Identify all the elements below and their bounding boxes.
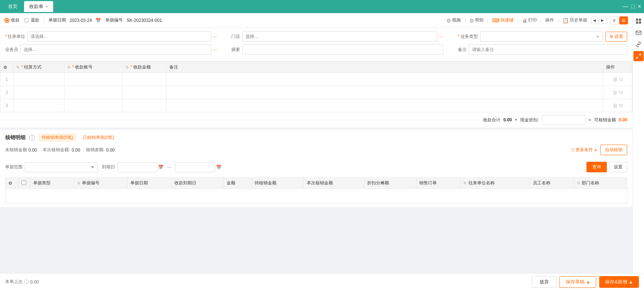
sidebar-expand-icon[interactable]: [633, 51, 644, 61]
salesperson-more-icon[interactable]: ···: [213, 47, 217, 52]
window-controls: — □ ×: [623, 3, 641, 10]
bottom-table: ⚙ 单据类型 ⇅ 单据编号 单据日期: [5, 177, 627, 203]
print-button[interactable]: 🖨 打印: [522, 17, 537, 23]
summary-input[interactable]: [242, 44, 443, 55]
next-arrow[interactable]: ▶: [599, 17, 606, 24]
partner-more-icon[interactable]: ···: [213, 34, 217, 39]
maximize-button[interactable]: □: [631, 3, 635, 10]
row1-action-cell: 🗑 ⧉: [603, 73, 632, 86]
svg-rect-1: [639, 19, 641, 21]
row1-delete-icon[interactable]: 🗑: [613, 77, 618, 82]
svg-rect-4: [636, 31, 641, 35]
due-date-field: 到期日 2022-04-01 📅 — 2022-04-12 📅: [102, 162, 221, 172]
calendar-start-icon[interactable]: 📅: [158, 165, 164, 170]
partner-input[interactable]: [27, 31, 211, 42]
biz-type-input[interactable]: 预收款: [480, 31, 602, 42]
row3-amount-cell[interactable]: [123, 99, 166, 112]
radio-receipt[interactable]: 收款: [4, 17, 20, 23]
range-select[interactable]: [25, 162, 98, 172]
th-action: 操作: [603, 62, 632, 73]
partner-field: * 往来单位 ···: [5, 31, 217, 42]
radio-refund[interactable]: 退款: [24, 17, 39, 23]
current-stat: 本次核销金额: 0.00: [43, 147, 80, 153]
select-all-checkbox[interactable]: [21, 180, 26, 185]
table-row: 3 🗑 ⧉: [0, 99, 632, 112]
store-input[interactable]: [242, 31, 437, 42]
row1-settle-cell[interactable]: [13, 73, 64, 86]
row3-account-cell[interactable]: [64, 99, 123, 112]
row3-remark-cell[interactable]: [166, 99, 603, 112]
tab-pending[interactable]: 待核销单据(0笔): [39, 133, 76, 142]
store-field: 门店 ···: [231, 31, 443, 42]
row1-remark-cell[interactable]: [166, 73, 603, 86]
bth-pending: 待核销金额: [251, 178, 303, 189]
sidebar-mail-icon[interactable]: [633, 28, 644, 38]
filter-settings-button[interactable]: 设置: [609, 162, 627, 172]
date-end-input[interactable]: 2022-04-12: [175, 162, 215, 172]
right-sidebar: [632, 13, 644, 273]
history-button[interactable]: 📋 历史单据: [562, 17, 587, 23]
th-account: ⇅ * 收款账号: [64, 62, 123, 73]
row1-account-cell[interactable]: [64, 73, 123, 86]
sort-icon-amount: ⇅: [126, 65, 129, 69]
shortcut-button[interactable]: ⌨ 快捷键: [492, 17, 514, 23]
bth-type: 单据类型: [30, 178, 74, 189]
row3-action-cell: 🗑 ⧉: [603, 99, 632, 112]
row2-settle-cell[interactable]: [13, 86, 64, 99]
verif-right: ▽ 更多条件 ∧ 自动核销: [571, 145, 627, 155]
receipt-table-container: ⚙ ⇅ * 结算方式 ⇅ * 收款账号 ⇅ * 收款: [0, 62, 632, 112]
discount-input[interactable]: [542, 115, 586, 125]
bth-settings[interactable]: ⚙: [5, 178, 19, 189]
chevron-up-icon: ∧: [594, 148, 597, 153]
prev-arrow[interactable]: ◀: [591, 17, 598, 24]
row2-remark-cell[interactable]: [166, 86, 603, 99]
receipt-table: ⚙ ⇅ * 结算方式 ⇅ * 收款账号 ⇅ * 收款: [0, 62, 632, 112]
row3-copy-icon[interactable]: ⧉: [619, 102, 623, 109]
th-amount: ⇅ * 收款金额: [123, 62, 166, 73]
sort-icon-dept: ⇅: [577, 181, 580, 185]
th-settings[interactable]: ⚙: [0, 62, 13, 73]
settings-button[interactable]: ⚙ 设置: [605, 32, 627, 42]
store-more-icon[interactable]: ···: [439, 34, 443, 39]
row2-copy-icon[interactable]: ⧉: [619, 89, 623, 95]
sidebar-table-icon[interactable]: [633, 16, 644, 26]
row3-delete-icon[interactable]: 🗑: [613, 103, 618, 109]
query-button[interactable]: 查询: [586, 162, 607, 172]
diff-stat: 核销差额: 0.00: [86, 147, 115, 153]
tab-receipt[interactable]: 收款单 ×: [24, 1, 53, 12]
main-content: 收款 退款 单据日期 2023-03-24 📅 单据编号 SK-20230324…: [0, 13, 632, 273]
tab-done[interactable]: 已核销单据(0笔): [80, 133, 117, 142]
calendar-icon[interactable]: 📅: [95, 18, 101, 23]
row2-account-cell[interactable]: [64, 86, 123, 99]
close-button[interactable]: ×: [638, 3, 641, 10]
minimize-button[interactable]: —: [623, 3, 628, 10]
th-settle: ⇅ * 结算方式: [13, 62, 64, 73]
list-view-button[interactable]: ≡: [610, 16, 619, 24]
more-conditions-button[interactable]: ▽ 更多条件 ∧: [571, 147, 597, 153]
date-start-input[interactable]: 2022-04-01: [117, 162, 157, 172]
toolbar: 收款 退款 单据日期 2023-03-24 📅 单据编号 SK-20230324…: [0, 13, 632, 28]
row1-copy-icon[interactable]: ⧉: [619, 76, 623, 82]
operation-button[interactable]: 操作: [545, 17, 554, 23]
bottom-table-container: ⚙ 单据类型 ⇅ 单据编号 单据日期: [5, 177, 627, 203]
auto-verify-button[interactable]: 自动核销: [600, 145, 627, 155]
row3-settle-cell[interactable]: [13, 99, 64, 112]
video-button[interactable]: ⊙ 视频: [447, 17, 461, 23]
bth-current: 本次核销金额: [304, 178, 364, 189]
row2-delete-icon[interactable]: 🗑: [613, 90, 618, 95]
sort-icon-number: ⇅: [77, 181, 80, 185]
row2-amount-cell[interactable]: [123, 86, 166, 99]
radio-dot-receipt: [4, 18, 9, 23]
calendar-end-icon[interactable]: 📅: [216, 165, 221, 170]
row1-amount-cell[interactable]: [123, 73, 166, 86]
remark-input[interactable]: [469, 44, 627, 55]
sidebar-link-icon[interactable]: [633, 39, 644, 50]
tab-home[interactable]: 首页: [3, 1, 23, 12]
salesperson-input[interactable]: [20, 44, 211, 55]
filter-icon: ▽: [571, 148, 574, 153]
verif-info-icon[interactable]: i: [29, 135, 35, 141]
grid-view-button[interactable]: ⊞: [619, 16, 628, 24]
tab-close-icon[interactable]: ×: [46, 4, 48, 9]
unverified-stat: 未核销金额 0.00: [5, 147, 37, 153]
help-button[interactable]: ⊙ 帮助: [470, 17, 484, 23]
